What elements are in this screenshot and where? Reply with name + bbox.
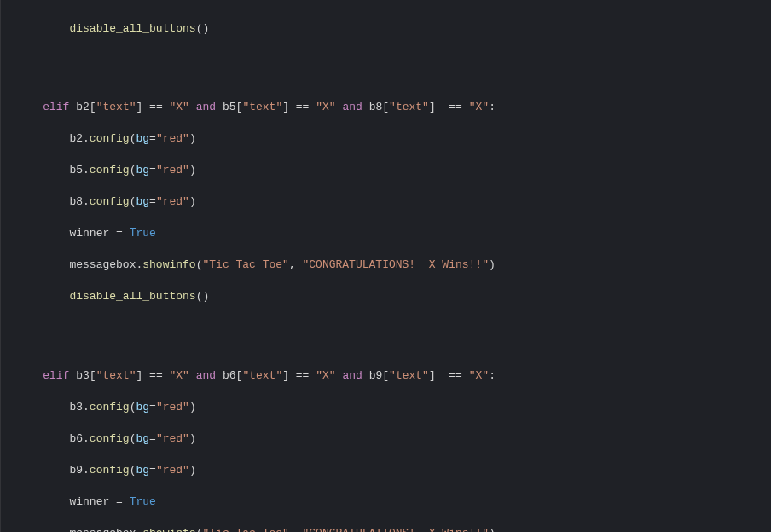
code-line[interactable]: b8.config(bg="red") [16,194,771,211]
fn-call: disable_all_buttons [69,22,195,35]
code-line[interactable]: disable_all_buttons() [16,289,771,305]
code-line[interactable]: b2.config(bg="red") [16,131,771,147]
code-editor[interactable]: disable_all_buttons() elif b2["text"] ==… [0,0,771,532]
code-line[interactable]: b9.config(bg="red") [16,463,771,479]
code-line[interactable]: b5.config(bg="red") [16,163,771,179]
code-line[interactable]: b6.config(bg="red") [16,431,771,448]
code-line[interactable]: elif b3["text"] == "X" and b6["text"] ==… [16,368,771,385]
code-line[interactable]: messagebox.showinfo("Tic Tac Toe", "CONG… [16,526,771,533]
code-line[interactable]: winner = True [16,494,771,511]
code-line[interactable]: winner = True [16,226,771,242]
code-line[interactable]: b3.config(bg="red") [16,400,771,416]
blank-line[interactable] [16,321,771,337]
indent [16,22,69,35]
blank-line[interactable] [16,53,771,69]
code-line[interactable]: elif b2["text"] == "X" and b5["text"] ==… [16,100,771,116]
paren: () [196,22,210,35]
code-line[interactable]: disable_all_buttons() [16,21,771,38]
indent [16,101,43,113]
var: b2 [76,101,90,113]
kw-elif: elif [43,101,69,113]
code-line[interactable]: messagebox.showinfo("Tic Tac Toe", "CONG… [16,257,771,274]
